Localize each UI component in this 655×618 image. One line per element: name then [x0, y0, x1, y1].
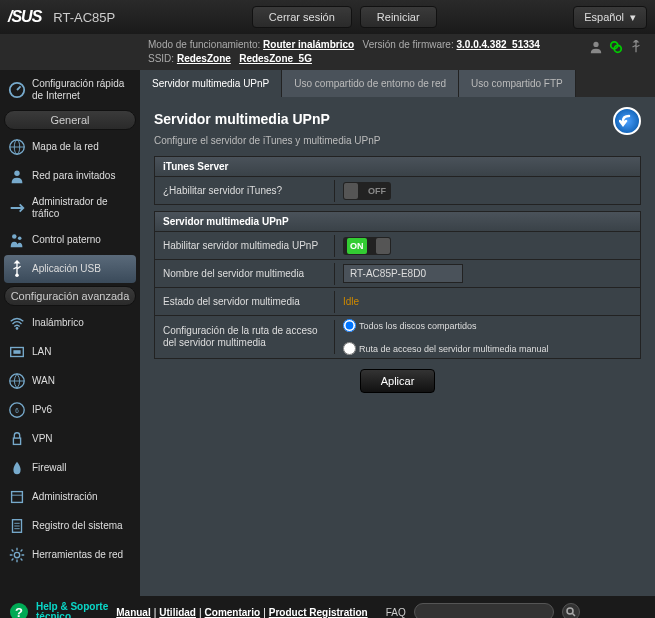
sidebar-item-label: Configuración rápida de Internet: [32, 78, 132, 102]
server-name-input[interactable]: [343, 264, 463, 283]
svg-point-24: [14, 552, 19, 557]
sidebar: Configuración rápida de Internet General…: [0, 70, 140, 596]
sidebar-syslog[interactable]: Registro del sistema: [4, 512, 136, 540]
radio-all-input[interactable]: [343, 319, 356, 332]
user-status-icon[interactable]: [589, 40, 603, 54]
page-title: Servidor multimedia UPnP: [154, 111, 330, 127]
help-icon[interactable]: ?: [10, 603, 28, 618]
svg-point-9: [18, 236, 22, 240]
radio-manual-label: Ruta de acceso del servidor multimedia m…: [359, 344, 549, 354]
faq-link[interactable]: FAQ: [386, 607, 406, 618]
sidebar-nettools[interactable]: Herramientas de red: [4, 541, 136, 569]
ssid2-value: RedesZone_5G: [239, 53, 312, 64]
svg-point-25: [567, 608, 573, 614]
traffic-icon: [8, 199, 26, 217]
tools-icon: [8, 546, 26, 564]
sidebar-item-label: Administración: [32, 491, 98, 503]
svg-rect-17: [13, 438, 20, 444]
search-button[interactable]: [562, 603, 580, 618]
sidebar-admin[interactable]: Administración: [4, 483, 136, 511]
sidebar-vpn[interactable]: VPN: [4, 425, 136, 453]
language-label: Español: [584, 11, 624, 23]
chevron-down-icon: ▾: [630, 11, 636, 24]
sidebar-traffic-manager[interactable]: Administrador de tráfico: [4, 191, 136, 225]
svg-rect-13: [13, 350, 20, 354]
tab-ftp-share[interactable]: Uso compartido FTP: [459, 70, 576, 97]
sidebar-parental-control[interactable]: Control paterno: [4, 226, 136, 254]
sidebar-item-label: Administrador de tráfico: [32, 196, 132, 220]
section-upnp-header: Servidor multimedia UPnP: [154, 211, 641, 232]
parental-icon: [8, 231, 26, 249]
enable-itunes-toggle[interactable]: OFF: [343, 182, 391, 200]
sidebar-firewall[interactable]: Firewall: [4, 454, 136, 482]
svg-line-26: [572, 614, 575, 617]
admin-icon: [8, 488, 26, 506]
log-icon: [8, 517, 26, 535]
toggle-on-label: ON: [347, 238, 367, 254]
fw-label: Versión de firmware:: [363, 39, 454, 50]
sidebar-item-label: VPN: [32, 433, 53, 445]
svg-point-7: [14, 171, 19, 176]
svg-text:6: 6: [15, 407, 19, 414]
footer-link-utility[interactable]: Utilidad: [159, 607, 196, 618]
sidebar-network-map[interactable]: Mapa de la red: [4, 133, 136, 161]
tab-upnp-server[interactable]: Servidor multimedia UPnP: [140, 70, 282, 97]
sidebar-item-label: IPv6: [32, 404, 52, 416]
link-status-icon[interactable]: [609, 40, 623, 54]
sidebar-ipv6[interactable]: 6 IPv6: [4, 396, 136, 424]
ssid1-value: RedesZone: [177, 53, 231, 64]
usb-status-icon[interactable]: [629, 40, 643, 54]
footer-link-registration[interactable]: Product Registration: [269, 607, 368, 618]
radio-all-label: Todos los discos compartidos: [359, 321, 477, 331]
sidebar-usb-app[interactable]: Aplicación USB: [4, 255, 136, 283]
logout-button[interactable]: Cerrar sesión: [252, 6, 352, 28]
sidebar-item-label: Herramientas de red: [32, 549, 123, 561]
help-text-2: técnico: [36, 612, 108, 618]
svg-point-0: [593, 42, 598, 47]
sidebar-general-header: General: [4, 110, 136, 130]
radio-manual-input[interactable]: [343, 342, 356, 355]
footer-link-feedback[interactable]: Comentario: [205, 607, 261, 618]
sidebar-item-label: Inalámbrico: [32, 317, 84, 329]
sidebar-wireless[interactable]: Inalámbrico: [4, 309, 136, 337]
fw-value[interactable]: 3.0.0.4.382_51334: [457, 39, 540, 50]
tab-network-share[interactable]: Uso compartido de entorno de red: [282, 70, 459, 97]
main-content: Servidor multimedia UPnP Uso compartido …: [140, 70, 655, 596]
sidebar-item-label: Registro del sistema: [32, 520, 123, 532]
info-bar: Modo de funcionamiento: Router inalámbri…: [0, 34, 655, 70]
sidebar-lan[interactable]: LAN: [4, 338, 136, 366]
sidebar-item-label: Aplicación USB: [32, 263, 101, 275]
back-arrow-icon: [619, 113, 635, 129]
enable-upnp-label: Habilitar servidor multimedia UPnP: [155, 235, 335, 257]
sidebar-guest-network[interactable]: Red para invitados: [4, 162, 136, 190]
sidebar-quick-setup[interactable]: Configuración rápida de Internet: [4, 73, 136, 107]
sidebar-wan[interactable]: WAN: [4, 367, 136, 395]
footer-links: Manual | Utilidad | Comentario | Product…: [116, 607, 367, 618]
svg-point-10: [15, 274, 19, 278]
brand-logo: /SUS: [8, 8, 41, 26]
svg-rect-18: [12, 492, 23, 503]
tabs: Servidor multimedia UPnP Uso compartido …: [140, 70, 655, 97]
radio-manual-path[interactable]: Ruta de acceso del servidor multimedia m…: [343, 342, 549, 355]
enable-upnp-toggle[interactable]: ON: [343, 237, 391, 255]
toggle-off-label: OFF: [368, 186, 386, 196]
sidebar-item-label: Control paterno: [32, 234, 101, 246]
wan-icon: [8, 372, 26, 390]
usb-icon: [8, 260, 26, 278]
footer: ? Help & Soporte técnico Manual | Utilid…: [0, 596, 655, 618]
guest-icon: [8, 167, 26, 185]
enable-itunes-label: ¿Habilitar servidor iTunes?: [155, 180, 335, 202]
language-selector[interactable]: Español ▾: [573, 6, 647, 29]
gauge-icon: [8, 81, 26, 99]
mode-value[interactable]: Router inalámbrico: [263, 39, 354, 50]
server-status-value: Idle: [343, 296, 359, 307]
back-button[interactable]: [613, 107, 641, 135]
search-input[interactable]: [414, 603, 554, 618]
globe-icon: [8, 138, 26, 156]
radio-all-disks[interactable]: Todos los discos compartidos: [343, 319, 477, 332]
sidebar-item-label: LAN: [32, 346, 51, 358]
sidebar-item-label: Red para invitados: [32, 170, 115, 182]
footer-link-manual[interactable]: Manual: [116, 607, 150, 618]
apply-button[interactable]: Aplicar: [360, 369, 436, 393]
reboot-button[interactable]: Reiniciar: [360, 6, 437, 28]
